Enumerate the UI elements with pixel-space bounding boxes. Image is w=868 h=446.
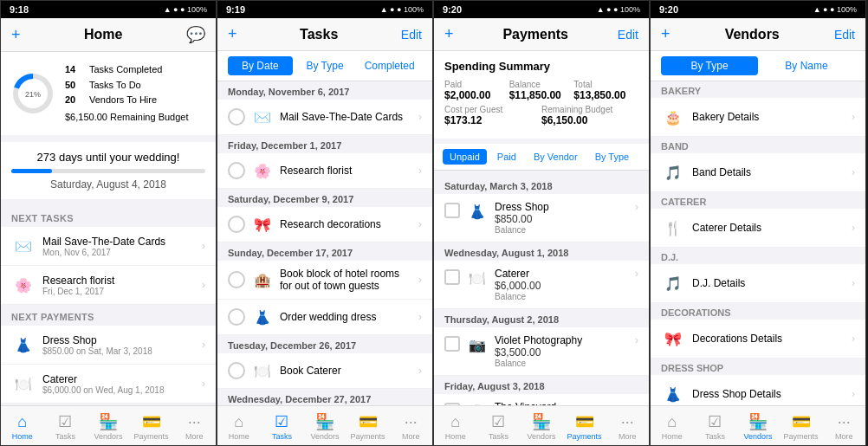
payments-tab-icon: 💳 [142, 412, 161, 431]
payment-checkbox[interactable] [444, 269, 460, 285]
spending-total-val: $13,850.00 [573, 89, 638, 101]
tab-tasks[interactable]: ☑ Tasks [261, 412, 304, 441]
status-bar-payments: 9:20 ▲ ● ● 100% [434, 1, 649, 18]
task-row[interactable]: 🏨 Book block of hotel rooms for out of t… [217, 261, 432, 300]
time-vendors: 9:20 [659, 4, 678, 15]
seg-by-vendor[interactable]: By Vendor [527, 149, 585, 165]
tab-tasks[interactable]: ☑ Tasks [44, 412, 87, 441]
tab-more[interactable]: ··· More [606, 413, 649, 441]
tab-payments[interactable]: 💳 Payments [780, 412, 823, 441]
tab-home[interactable]: ⌂ Home [217, 413, 261, 441]
vendor-row[interactable]: 🎀 Decorations Details › [651, 320, 865, 359]
tab-vendors[interactable]: 🏪 Vendors [736, 412, 780, 441]
vendor-row[interactable]: 👗 Dress Shop Details › [651, 375, 865, 405]
add-icon-vendors[interactable]: + [661, 25, 670, 43]
vendor-row[interactable]: 🎂 Bakery Details › [651, 98, 865, 137]
segment-by-name[interactable]: By Name [758, 56, 855, 75]
tab-more[interactable]: ··· More [822, 413, 865, 441]
spending-summary-title: Spending Summary [444, 60, 638, 73]
payment-title: Dress Shop [42, 334, 195, 346]
tasks-tab-label: Tasks [55, 432, 75, 441]
vendors-hire-num: 20 [65, 93, 86, 108]
task-row[interactable]: 🍽️ Book Caterer › [217, 353, 432, 389]
vendor-cat-decorations: Decorations [651, 303, 865, 320]
spending-rb-col: Remaining Budget $6,150.00 [541, 105, 638, 126]
status-bar-home: 9:18 ▲ ● ● 100% [1, 1, 216, 18]
payment-checkbox[interactable] [444, 336, 460, 352]
tab-vendors[interactable]: 🏪 Vendors [520, 412, 563, 441]
tab-payments[interactable]: 💳 Payments [130, 412, 173, 441]
payment-row[interactable]: 👗 Dress Shop $850.00 Balance › [434, 194, 649, 242]
list-item[interactable]: 🍽️ Caterer $6,000.00 on Wed, Aug 1, 2018… [1, 365, 216, 404]
tasks-completed-label: Tasks Completed [89, 62, 162, 78]
tab-more[interactable]: ··· More [389, 413, 432, 441]
nav-header-vendors: + Vendors Edit [651, 18, 865, 51]
date-header: Saturday, March 3, 2018 [434, 176, 649, 194]
vendors-tab-icon: 🏪 [532, 412, 551, 431]
task-circle [228, 271, 245, 288]
task-row[interactable]: 👗 Order wedding dress › [217, 300, 432, 335]
vendor-row[interactable]: 🎵 Band Details › [651, 153, 865, 192]
task-dress-icon: 👗 [252, 307, 273, 327]
more-tab-label: More [402, 432, 420, 441]
payment-row[interactable]: 🍽️ Caterer $6,000.00 Balance › [434, 261, 649, 309]
tab-tasks[interactable]: ☑ Tasks [694, 412, 737, 441]
add-icon-tasks[interactable]: + [228, 25, 237, 43]
spending-total-label: Total [573, 80, 638, 89]
more-tab-icon: ··· [188, 413, 201, 431]
segment-by-type[interactable]: By Type [661, 56, 758, 75]
tab-vendors[interactable]: 🏪 Vendors [87, 412, 130, 441]
vendors-tab-label: Vendors [94, 432, 122, 441]
seg-by-type[interactable]: By Type [588, 149, 637, 165]
nav-header-home: + Home 💬 [1, 18, 216, 52]
tasks-tab-label: Tasks [272, 432, 292, 441]
task-title: Research decorations [280, 218, 411, 230]
tab-home[interactable]: ⌂ Home [434, 413, 477, 441]
list-item[interactable]: ✉️ Mail Save-The-Date Cards Mon, Nov 6, … [1, 227, 216, 266]
wedding-date: Saturday, August 4, 2018 [11, 178, 205, 191]
payment-row[interactable]: 📷 Violet Photography $3,500.00 Balance › [434, 327, 649, 376]
date-header: Monday, November 6, 2017 [217, 81, 432, 100]
task-text: Research florist Fri, Dec 1, 2017 [42, 275, 195, 296]
segment-by-date[interactable]: By Date [228, 56, 293, 75]
edit-btn-payments[interactable]: Edit [618, 28, 638, 42]
list-item[interactable]: 🌸 Research florist Fri, Dec 1, 2017 › [1, 266, 216, 305]
segment-completed[interactable]: Completed [357, 56, 422, 75]
payment-info: Dress Shop $850.00 Balance [495, 201, 628, 235]
tab-more[interactable]: ··· More [172, 413, 216, 441]
tab-vendors[interactable]: 🏪 Vendors [303, 412, 347, 441]
payment-checkbox[interactable] [444, 203, 460, 218]
chevron-icon: › [418, 111, 422, 123]
vendor-row[interactable]: 🍴 Caterer Details › [651, 209, 865, 248]
vendor-name: Dress Shop Details [692, 388, 845, 400]
payments-content: Spending Summary Paid $2,000.00 Balance … [434, 51, 649, 405]
vendor-row[interactable]: 🎵 D.J. Details › [651, 264, 865, 303]
spending-cpg-col: Cost per Guest $173.12 [444, 105, 541, 126]
spending-paid-col: Paid $2,000.00 [444, 80, 509, 101]
segment-by-type[interactable]: By Type [293, 56, 358, 75]
chevron-icon: › [852, 277, 855, 289]
add-icon-home[interactable]: + [11, 26, 21, 44]
vendor-name: Bakery Details [692, 111, 845, 123]
seg-unpaid[interactable]: Unpaid [443, 149, 487, 165]
time-payments: 9:20 [443, 4, 462, 15]
messages-icon-home[interactable]: 💬 [186, 25, 205, 44]
add-icon-payments[interactable]: + [444, 25, 454, 43]
payment-row[interactable]: 🍷 The Vineyard $1,500.00 › [434, 394, 649, 405]
task-row[interactable]: 🎀 Research decorations › [217, 207, 432, 242]
tab-payments[interactable]: 💳 Payments [347, 412, 390, 441]
task-row[interactable]: ✉️ Mail Save-The-Date Cards › [217, 100, 432, 135]
task-title: Book block of hotel rooms for out of tow… [280, 268, 411, 292]
seg-paid[interactable]: Paid [490, 149, 523, 165]
edit-btn-tasks[interactable]: Edit [401, 28, 422, 42]
tab-home[interactable]: ⌂ Home [1, 413, 44, 441]
tab-payments[interactable]: 💳 Payments [563, 412, 606, 441]
mail-icon: ✉️ [11, 234, 36, 258]
task-row[interactable]: 🌸 Research florist › [217, 153, 432, 189]
tab-home[interactable]: ⌂ Home [651, 413, 694, 441]
progress-bar-fill [11, 169, 52, 173]
edit-btn-vendors[interactable]: Edit [834, 28, 855, 42]
tab-bar-tasks: ⌂ Home ☑ Tasks 🏪 Vendors 💳 Payments ··· … [217, 405, 432, 445]
tab-tasks[interactable]: ☑ Tasks [477, 412, 521, 441]
list-item[interactable]: 👗 Dress Shop $850.00 on Sat, Mar 3, 2018… [1, 326, 216, 365]
